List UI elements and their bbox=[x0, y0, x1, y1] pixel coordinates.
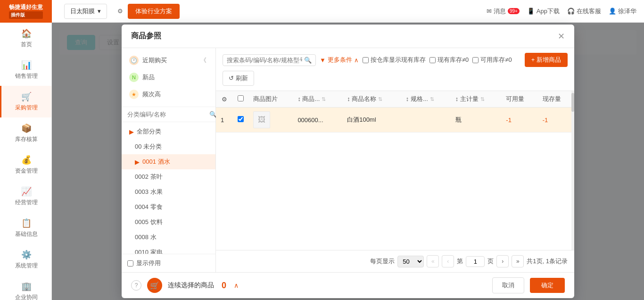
tree-item-label: 0001 酒水 bbox=[142, 158, 170, 166]
sidebar-label-operation: 经营管理 bbox=[15, 199, 38, 207]
th-name[interactable]: ↕ 商品名称 bbox=[342, 91, 401, 108]
stock-nonzero-checkbox[interactable] bbox=[429, 57, 436, 63]
first-page-button[interactable]: « bbox=[427, 255, 439, 267]
table-row[interactable]: 1 🖼 000600... 白酒100ml bbox=[216, 108, 574, 133]
recent-purchases-nav[interactable]: 🕐 近期购买 《 bbox=[122, 52, 215, 69]
tree-item-0005[interactable]: 0005 饮料 bbox=[122, 215, 215, 230]
modal-title: 商品参照 bbox=[131, 31, 161, 41]
online-service-button[interactable]: 🎧 在线客服 bbox=[567, 7, 601, 16]
product-search-input[interactable] bbox=[227, 57, 302, 64]
sidebar: 🏠 首页 📊 销售管理 🛒 采购管理 📦 库存核算 💰 资金管理 📈 经营管理 … bbox=[0, 23, 52, 300]
add-product-button[interactable]: + 新增商品 bbox=[525, 53, 568, 67]
collapse-icon[interactable]: 《 bbox=[198, 56, 208, 65]
by-warehouse-filter[interactable]: 按仓库显示现有库存 bbox=[363, 56, 426, 64]
tree-item-0001[interactable]: ▶ 0001 酒水 bbox=[122, 154, 215, 169]
product-reference-modal: 商品参照 ✕ 🕐 近期购买 《 N bbox=[122, 25, 574, 298]
tree-item-all[interactable]: ▶ 全部分类 bbox=[122, 124, 215, 139]
topbar: 畅捷通好生意 插件版 日太阳膜 ▾ ⚙ 体验行业方案 ✉ 消息 99+ 📱 Ap… bbox=[0, 0, 644, 23]
branch-selector[interactable]: 日太阳膜 ▾ bbox=[64, 4, 107, 19]
tree-item-0008[interactable]: 0008 水 bbox=[122, 230, 215, 245]
th-spec[interactable]: ↕ 规格... bbox=[401, 91, 451, 108]
page-unit: 页 bbox=[487, 257, 494, 266]
confirm-button[interactable]: 确定 bbox=[530, 278, 565, 293]
product-image: 🖼 bbox=[253, 111, 270, 128]
stock-nonzero-filter[interactable]: 现有库存≠0 bbox=[429, 56, 469, 64]
sidebar-item-enterprise[interactable]: 🏢 企业协同 bbox=[0, 275, 51, 300]
sidebar-label-purchase: 采购管理 bbox=[15, 104, 38, 112]
sidebar-item-finance[interactable]: 💰 资金管理 bbox=[0, 149, 51, 181]
branch-name: 日太阳膜 bbox=[70, 7, 95, 16]
product-table-body: 1 🖼 000600... 白酒100ml bbox=[216, 108, 574, 133]
logo: 畅捷通好生意 插件版 bbox=[0, 0, 52, 23]
tree-item-label: 0004 零食 bbox=[135, 203, 163, 211]
category-search: 🔍 bbox=[122, 107, 215, 122]
th-code[interactable]: ↕ 商品... bbox=[293, 91, 342, 108]
more-filter-button[interactable]: ▼ 更多条件 ∧ bbox=[320, 56, 359, 64]
tree-item-00[interactable]: 00 未分类 bbox=[122, 139, 215, 154]
experience-button[interactable]: 体验行业方案 bbox=[128, 4, 180, 19]
sidebar-item-sales[interactable]: 📊 销售管理 bbox=[0, 54, 51, 86]
refresh-button[interactable]: ↺ 刷新 bbox=[223, 71, 254, 86]
available-nonzero-filter[interactable]: 可用库存≠0 bbox=[472, 56, 512, 64]
footer-collapse-icon[interactable]: ∧ bbox=[234, 282, 239, 289]
tree-item-0003[interactable]: 0003 水果 bbox=[122, 184, 215, 200]
page-number-input[interactable] bbox=[466, 256, 485, 267]
modal-body: 🕐 近期购买 《 N 新品 ★ 频次高 bbox=[122, 48, 574, 272]
app-download-label: App下载 bbox=[537, 7, 560, 16]
cancel-button[interactable]: 取消 bbox=[492, 277, 524, 293]
tree-item-label: 全部分类 bbox=[137, 127, 161, 136]
system-icon: ⚙️ bbox=[21, 250, 32, 260]
messages-button[interactable]: ✉ 消息 99+ bbox=[487, 7, 520, 16]
home-icon: 🏠 bbox=[21, 28, 32, 39]
show-disabled-label[interactable]: 显示停用 bbox=[136, 259, 161, 267]
show-disabled-footer: 显示停用 bbox=[122, 254, 215, 272]
page-size-select[interactable]: 50 10 20 100 bbox=[397, 256, 424, 267]
content-area: 查询 设置 ↺ 刷新 商品参照 ✕ 🕐 bbox=[52, 23, 644, 300]
topbar-content: 日太阳膜 ▾ ⚙ 体验行业方案 ✉ 消息 99+ 📱 App下载 🎧 在线客服 … bbox=[64, 4, 636, 19]
sidebar-item-operation[interactable]: 📈 经营管理 bbox=[0, 181, 51, 212]
online-service-label: 在线客服 bbox=[577, 7, 601, 16]
recent-icon: 🕐 bbox=[129, 56, 139, 65]
new-products-nav[interactable]: N 新品 bbox=[122, 69, 215, 86]
frequent-nav[interactable]: ★ 频次高 bbox=[122, 86, 215, 103]
modal-close-button[interactable]: ✕ bbox=[558, 32, 565, 41]
sidebar-item-inventory[interactable]: 📦 库存核算 bbox=[0, 117, 51, 149]
sidebar-item-home[interactable]: 🏠 首页 bbox=[0, 23, 51, 54]
tree-item-0010[interactable]: 0010 家电 bbox=[122, 245, 215, 254]
prev-page-button[interactable]: ‹ bbox=[442, 255, 454, 267]
show-disabled-checkbox[interactable] bbox=[127, 260, 133, 267]
user-menu[interactable]: 👤 徐泽华 bbox=[609, 7, 636, 16]
select-all-checkbox[interactable] bbox=[238, 95, 244, 101]
td-name: 白酒100ml bbox=[342, 108, 401, 133]
available-nonzero-checkbox[interactable] bbox=[472, 57, 479, 63]
user-name: 徐泽华 bbox=[618, 7, 636, 16]
settings-icon[interactable]: ⚙ bbox=[113, 4, 128, 19]
next-page-button[interactable]: › bbox=[496, 255, 509, 267]
app-download-button[interactable]: 📱 App下载 bbox=[527, 7, 560, 16]
modal-right-panel: 🔍 ▼ 更多条件 ∧ 按仓库显示现有库存 bbox=[216, 48, 574, 272]
sidebar-item-basic[interactable]: 📋 基础信息 bbox=[0, 212, 51, 244]
row-checkbox[interactable] bbox=[238, 116, 244, 122]
th-settings[interactable]: ⚙ bbox=[216, 91, 233, 108]
filter-arrow-icon: ∧ bbox=[354, 57, 359, 64]
finance-icon: 💰 bbox=[21, 155, 32, 165]
messages-badge: 99+ bbox=[508, 8, 520, 14]
sidebar-item-purchase[interactable]: 🛒 采购管理 bbox=[0, 86, 51, 117]
table-scrollbar[interactable] bbox=[571, 91, 574, 250]
image-placeholder-icon: 🖼 bbox=[258, 116, 265, 124]
product-search-icon[interactable]: 🔍 bbox=[304, 57, 312, 64]
td-code: 000600... bbox=[293, 108, 342, 133]
tree-arrow-icon: ▶ bbox=[129, 128, 134, 135]
last-page-button[interactable]: » bbox=[512, 255, 524, 267]
tree-item-0004[interactable]: 0004 零食 bbox=[122, 200, 215, 215]
th-unit[interactable]: ↕ 主计量 bbox=[451, 91, 502, 108]
tree-item-0002[interactable]: 0002 茶叶 bbox=[122, 169, 215, 184]
sidebar-item-system[interactable]: ⚙️ 系统管理 bbox=[0, 244, 51, 275]
category-search-input[interactable] bbox=[127, 111, 206, 118]
help-button[interactable]: ? bbox=[131, 280, 141, 291]
mobile-icon: 📱 bbox=[527, 8, 535, 15]
by-warehouse-checkbox[interactable] bbox=[363, 57, 369, 63]
right-toolbar: 🔍 ▼ 更多条件 ∧ 按仓库显示现有库存 bbox=[216, 48, 574, 91]
frequent-icon: ★ bbox=[129, 90, 139, 99]
modal-footer: ? 🛒 连续选择的商品 0 ∧ 取消 确定 bbox=[122, 272, 574, 298]
